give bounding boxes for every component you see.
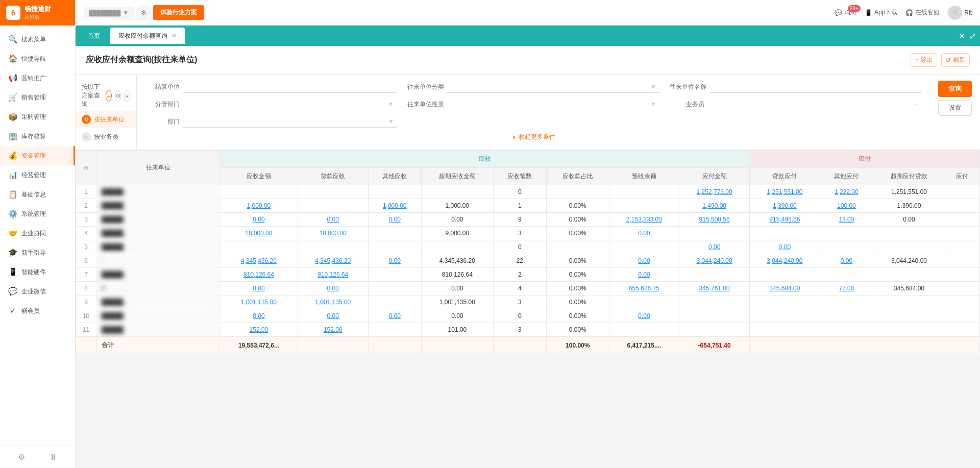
footer-overdue-ap-loan: [873, 337, 945, 354]
sidebar-collapse-btn[interactable]: ⏸: [49, 453, 57, 462]
cell-loan-ar: 0.00: [298, 309, 368, 323]
cell-advance-balance: 655,636.75: [609, 282, 679, 295]
tab-receivable[interactable]: 应收应付余额查询 ✕: [110, 28, 185, 44]
sidebar-item-finance[interactable]: 💰 资金管理: [0, 146, 75, 165]
setting-btn[interactable]: 设置: [938, 100, 972, 116]
cell-unit: █████: [96, 227, 220, 240]
cell-ar-ratio: 0.00%: [547, 213, 609, 227]
topbar-breadcrumb: ████████ ▼ ⚙ 体验行业方案: [84, 5, 830, 20]
sidebar-item-sales[interactable]: 🛒 销售管理: [0, 88, 75, 107]
cell-ap-last: [945, 323, 979, 337]
cell-ap-amount: [679, 309, 750, 323]
cell-ar-count: 0: [493, 185, 546, 199]
notification-btn[interactable]: 💬 消息 99+: [835, 8, 856, 17]
scheme-by-salesman-icon: ○: [82, 132, 91, 141]
tab-home[interactable]: 首页: [80, 28, 108, 44]
cell-ar-amount: 152.00: [220, 323, 298, 337]
th-ar-count: 应收笔数: [493, 168, 546, 185]
unit-category-input[interactable]: ▼: [447, 81, 659, 93]
filter-unit-category: 往来单位分类 ▼: [407, 81, 659, 93]
company-selector[interactable]: ████████ ▼: [84, 7, 134, 18]
cell-ap-last: [945, 268, 979, 282]
cell-ar-amount: 1,001,135.00: [220, 295, 298, 309]
cell-ar-count: 3: [493, 323, 546, 337]
filter-dept-mgmt: 分管部门 ▼: [145, 98, 397, 110]
th-unit: 往来单位: [96, 151, 220, 185]
tab-close-icon[interactable]: ✕: [172, 32, 177, 39]
message-icon: 💬: [835, 9, 842, 16]
dept-mgmt-input[interactable]: ▼: [183, 98, 397, 110]
home-tab-label: 首页: [88, 32, 100, 40]
sidebar-item-basic[interactable]: 📋 基础信息: [0, 185, 75, 204]
trial-btn[interactable]: 体验行业方案: [153, 5, 204, 20]
cell-ap-amount: 1,490.00: [679, 199, 750, 213]
sidebar-item-quick-nav[interactable]: 🏠 快捷导航: [0, 49, 75, 68]
sidebar-item-member[interactable]: ✓ 畅会员: [0, 301, 75, 321]
scheme-mode-btn[interactable]: ⊙: [115, 90, 121, 102]
footer-other-ar: [368, 337, 421, 354]
tab-maximize-btn[interactable]: ⤢: [969, 31, 976, 41]
footer-label: 合计: [96, 337, 220, 354]
cell-unit: █████: [96, 309, 220, 323]
query-action-panel: 查询 设置: [930, 75, 980, 150]
query-btn[interactable]: 查询: [938, 81, 972, 97]
sidebar-label-inventory: 库存核算: [21, 132, 46, 141]
cell-overdue-ar: 0.00: [421, 282, 493, 295]
sidebar-item-enterprise[interactable]: 🤝 企业协同: [0, 224, 75, 243]
table-settings-icon[interactable]: ⚙: [83, 164, 89, 171]
unit-name-input[interactable]: [709, 81, 922, 93]
online-service-btn[interactable]: 🎧 在线客服: [905, 8, 940, 17]
cell-ar-ratio: 0.00%: [547, 268, 609, 282]
sidebar-item-smart[interactable]: 📱 智能硬件: [0, 262, 75, 282]
cell-other-ar: [368, 282, 421, 295]
scheme-item-by-salesman[interactable]: ○ 按业务员: [76, 128, 136, 145]
scheme-by-salesman-label: 按业务员: [94, 133, 118, 141]
sidebar-item-inventory[interactable]: 🏢 库存核算: [0, 127, 75, 146]
th-loan-ap: 贷款应付: [750, 168, 820, 185]
sidebar: 6 畅捷通财 标准版 🔍 搜索菜单 🏠 快捷导航 📢 营销推广 🛒 销售管理 📦…: [0, 0, 76, 468]
sidebar-item-wechat[interactable]: 💬 企业微信: [0, 282, 75, 301]
dept-input[interactable]: ▼: [183, 115, 397, 128]
cell-loan-ap: 1,251,551.00: [750, 185, 820, 199]
cell-ar-amount: 1,000.00: [220, 199, 298, 213]
cell-overdue-ap-loan: [873, 268, 945, 282]
sidebar-item-operation[interactable]: 📊 经营管理: [0, 165, 75, 185]
sidebar-item-search-menu[interactable]: 🔍 搜索菜单: [0, 30, 75, 49]
cell-ar-ratio: 0.00%: [547, 254, 609, 268]
search-menu-icon: 🔍: [8, 35, 17, 44]
cell-unit: P: [96, 282, 220, 295]
user-profile-btn[interactable]: 用 Rit: [948, 6, 972, 20]
collapse-more-btn[interactable]: ∧ 收起更多条件: [145, 131, 922, 143]
scheme-collapse-btn[interactable]: «: [124, 90, 130, 102]
cell-ap-last: [945, 199, 979, 213]
cell-other-ap: 0.00: [820, 254, 873, 268]
salesman-input[interactable]: ···: [707, 98, 922, 110]
scheme-item-by-unit[interactable]: 财 按往来单位: [76, 111, 136, 128]
refresh-btn[interactable]: ↺ 刷新: [941, 53, 970, 67]
add-scheme-btn[interactable]: +: [106, 90, 112, 102]
sidebar-item-system[interactable]: ⚙️ 系统管理: [0, 204, 75, 224]
cell-other-ar: [368, 227, 421, 240]
cell-ap-amount: [679, 323, 750, 337]
footer-loan-ap: [750, 337, 820, 354]
cell-loan-ar: 1,001,135.00: [298, 295, 368, 309]
sidebar-settings-btn[interactable]: ⚙: [18, 452, 25, 462]
cell-loan-ar: 0.00: [298, 213, 368, 227]
settlement-unit-label: 结算单位: [145, 83, 180, 91]
company-name: ████████: [89, 10, 120, 16]
cell-other-ap: 77.00: [820, 282, 873, 295]
sidebar-item-purchase[interactable]: 📦 采购管理: [0, 107, 75, 127]
cell-no: 9: [76, 295, 96, 309]
table-row: 10 █████ 0.00 0.00 0.00 0.00 0 0.00% 0.0…: [76, 309, 980, 323]
sidebar-item-guide[interactable]: 🎓 新手引导: [0, 243, 75, 262]
topbar-settings-btn[interactable]: ⚙: [136, 5, 151, 20]
tab-close-window-btn[interactable]: ✕: [959, 31, 965, 41]
sidebar-item-marketing[interactable]: 📢 营销推广: [0, 68, 75, 88]
unit-nature-input[interactable]: ▼: [447, 98, 659, 110]
cell-other-ar: [368, 323, 421, 337]
tabbar: 首页 应收应付余额查询 ✕ ✕ ⤢: [76, 26, 980, 46]
settlement-unit-input[interactable]: ···: [183, 81, 397, 93]
app-download-btn[interactable]: 📱 App下载: [865, 8, 897, 17]
export-btn[interactable]: ↑ 导出: [911, 53, 937, 67]
export-icon: ↑: [915, 57, 918, 64]
